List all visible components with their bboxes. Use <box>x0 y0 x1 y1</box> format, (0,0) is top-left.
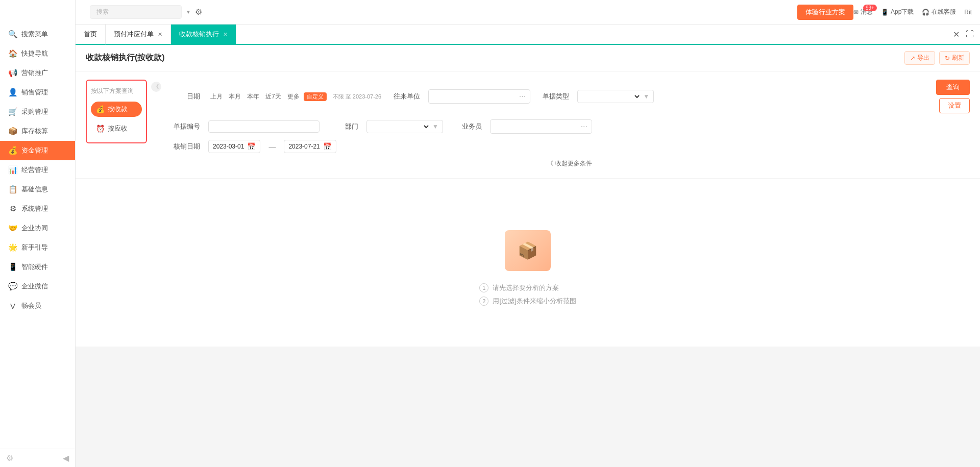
dept-label: 部门 <box>328 122 358 131</box>
collapse-more-button[interactable]: 《 收起更多条件 <box>547 159 592 168</box>
sidebar-item-search[interactable]: 🔍搜索菜单 <box>0 24 75 44</box>
user-name[interactable]: Rit <box>964 9 972 16</box>
date-this-month[interactable]: 本月 <box>227 91 243 102</box>
phone-icon: 📱 <box>881 9 889 16</box>
sidebar-item-marketing[interactable]: 📢营销推广 <box>0 63 75 83</box>
date-custom-badge[interactable]: 自定义 <box>304 92 327 101</box>
date-last-month[interactable]: 上月 <box>208 91 225 102</box>
date-hint: 不限 至 2023-07-26 <box>333 93 381 101</box>
sidebar-item-inventory[interactable]: 📦库存核算 <box>0 121 75 141</box>
tab-home[interactable]: 首页 <box>76 24 106 44</box>
partner-select-icon[interactable]: ··· <box>519 92 526 101</box>
settings-button[interactable]: 设置 <box>939 98 970 113</box>
finance-icon: 💰 <box>8 146 17 155</box>
sidebar-item-member[interactable]: V畅会员 <box>0 296 75 315</box>
search-placeholder: 搜索 <box>96 8 109 15</box>
app-download-button[interactable]: 📱 App下载 <box>881 8 914 16</box>
quick-nav-icon: 🏠 <box>8 49 17 58</box>
header-search-area: 搜索 ▼ ⚙ <box>84 5 797 19</box>
doc-type-select[interactable] <box>582 92 641 101</box>
tab-collection-close-icon[interactable]: ✕ <box>223 31 228 38</box>
tab-prepay[interactable]: 预付冲应付单 ✕ <box>106 24 171 44</box>
inventory-icon: 📦 <box>8 127 17 136</box>
sidebar-item-finance[interactable]: 💰资金管理 <box>0 141 75 160</box>
sidebar-item-purchase[interactable]: 🛒采购管理 <box>0 102 75 121</box>
sidebar-item-label-guide: 新手引导 <box>21 243 48 252</box>
verify-date-label: 核销日期 <box>169 142 200 151</box>
staff-label: 业务员 <box>451 122 482 131</box>
sidebar-item-basic-info[interactable]: 📋基础信息 <box>0 180 75 199</box>
gear-icon[interactable]: ⚙ <box>195 7 202 17</box>
dropdown-arrow-icon[interactable]: ▼ <box>186 9 191 15</box>
filter-option-by-receivable[interactable]: ⏰ 按应收 <box>91 121 142 136</box>
calendar-end-icon[interactable]: 📅 <box>323 142 332 151</box>
sidebar-item-label-purchase: 采购管理 <box>21 107 48 116</box>
tab-close-all-icon[interactable]: ✕ <box>951 28 962 41</box>
sidebar-item-quick-nav[interactable]: 🏠快捷导航 <box>0 44 75 63</box>
service-label: 在线客服 <box>932 8 956 16</box>
settings-bottom-icon[interactable]: ⚙ <box>6 453 13 463</box>
verify-date-end-value[interactable]: 2023-07-21 <box>288 143 320 150</box>
top-header: 畅 畅捷通好生意 标准版 搜索 ▼ ⚙ 体验行业方案 ✉ 消息 99+ 📱 Ap… <box>0 0 980 24</box>
sidebar-item-wechat[interactable]: 💬企业微信 <box>0 277 75 296</box>
query-button[interactable]: 查询 <box>936 80 970 95</box>
industry-button[interactable]: 体验行业方案 <box>797 5 853 20</box>
empty-hint-1: 1 请先选择要分析的方案 <box>479 283 576 292</box>
empty-hint-2-text: 用[过滤]条件来缩小分析范围 <box>493 297 576 306</box>
date-more[interactable]: 更多 <box>285 91 302 102</box>
export-button[interactable]: ↗ 导出 <box>904 51 935 65</box>
page-header-actions: ↗ 导出 ↻ 刷新 <box>904 51 970 65</box>
sidebar-item-label-finance: 资金管理 <box>21 146 48 155</box>
sidebar-item-system[interactable]: ⚙系统管理 <box>0 199 75 218</box>
export-label: 导出 <box>917 54 929 62</box>
staff-input[interactable] <box>495 123 579 130</box>
page-header: 收款核销执行(按收款) ↗ 导出 ↻ 刷新 <box>76 45 980 71</box>
calendar-start-icon[interactable]: 📅 <box>247 142 256 151</box>
doc-no-input[interactable] <box>213 123 315 130</box>
staff-select-icon[interactable]: ··· <box>581 122 587 131</box>
basic-info-icon: 📋 <box>8 185 17 194</box>
collapse-filter-sidebar-button[interactable]: 《 <box>151 82 161 92</box>
sidebar-item-enterprise[interactable]: 🤝企业协同 <box>0 218 75 238</box>
doc-type-select-wrap: ▼ <box>577 90 654 103</box>
receivable-icon: ⏰ <box>96 125 105 133</box>
dept-chevron-icon: ▼ <box>432 123 438 130</box>
member-icon: V <box>8 302 17 310</box>
message-button[interactable]: ✉ 消息 99+ <box>853 8 873 16</box>
verify-date-end-input: 2023-07-21 📅 <box>284 140 336 153</box>
header-right: ✉ 消息 99+ 📱 App下载 🎧 在线客服 Rit <box>853 8 972 16</box>
sidebar-item-label-business: 经营管理 <box>21 165 48 175</box>
tab-expand-icon[interactable]: ⛶ <box>964 28 976 41</box>
collapse-sidebar-icon[interactable]: ◀ <box>63 453 69 463</box>
dept-select-wrap: ▼ <box>366 120 443 133</box>
filter-row-2: 单据编号 部门 ▼ 业务员 ··· <box>169 119 970 134</box>
sidebar-item-business[interactable]: 📊经营管理 <box>0 160 75 180</box>
page-title: 收款核销执行(按收款) <box>86 53 165 63</box>
refresh-button[interactable]: ↻ 刷新 <box>939 51 970 65</box>
filter-row-3: 核销日期 2023-03-01 📅 — 2023-07-21 📅 <box>169 140 970 153</box>
filter-area: 按以下方案查询 💰 按收款 ⏰ 按应收 《 日期 上月 <box>76 71 980 178</box>
doc-type-chevron-icon: ▼ <box>643 93 649 100</box>
date-this-year[interactable]: 本年 <box>245 91 261 102</box>
tab-prepay-close-icon[interactable]: ✕ <box>158 31 162 38</box>
verify-date-start-value[interactable]: 2023-03-01 <box>213 143 244 150</box>
filter-option-by-receipt[interactable]: 💰 按收款 <box>91 102 142 117</box>
sidebar-item-sales[interactable]: 👤销售管理 <box>0 83 75 102</box>
header-search-box[interactable]: 搜索 <box>90 5 182 19</box>
sidebar-item-label-basic-info: 基础信息 <box>21 185 48 194</box>
filter-date-group: 上月 本月 本年 近7天 更多 自定义 不限 至 2023-07-26 <box>208 91 381 102</box>
empty-state: 📦 1 请先选择要分析的方案 2 用[过滤]条件来缩小分析范围 <box>76 179 980 347</box>
sidebar-item-label-wechat: 企业微信 <box>21 282 48 291</box>
online-service-button[interactable]: 🎧 在线客服 <box>922 8 956 16</box>
partner-input[interactable] <box>433 93 517 100</box>
partner-input-wrap: ··· <box>428 89 530 104</box>
sidebar-item-label-marketing: 营销推广 <box>21 68 48 78</box>
doc-no-label: 单据编号 <box>169 122 200 131</box>
sidebar-item-guide[interactable]: 🌟新手引导 <box>0 238 75 257</box>
tab-collection[interactable]: 收款核销执行 ✕ <box>171 24 236 44</box>
date-last-7-days[interactable]: 近7天 <box>263 91 283 102</box>
empty-hint-1-text: 请先选择要分析的方案 <box>493 283 559 292</box>
sidebar-item-smart-hw[interactable]: 📱智能硬件 <box>0 257 75 277</box>
sidebar-item-label-search: 搜索菜单 <box>21 30 48 39</box>
dept-select[interactable] <box>371 122 430 131</box>
